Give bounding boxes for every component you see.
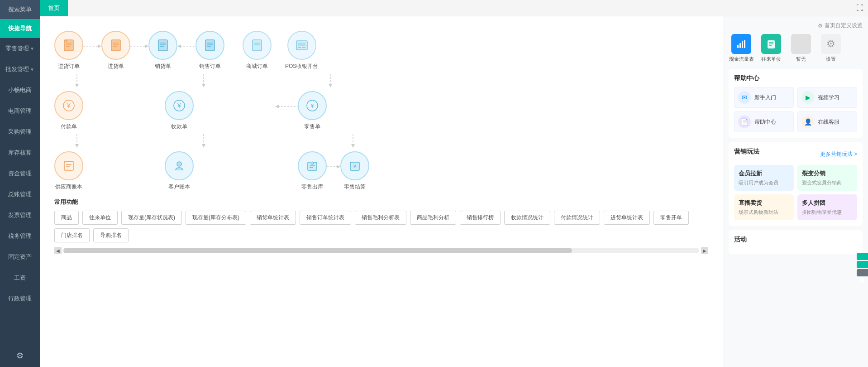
func-btn-9[interactable]: 收款情况统计	[504, 211, 550, 225]
quick-icon-settings[interactable]: ⚙ 设置	[818, 34, 844, 63]
func-btn-14[interactable]: 导购排名	[93, 228, 129, 242]
marketing-desc-0: 吸引用户成为会员	[739, 179, 789, 186]
marketing-desc-3: 拼团购物享受优惠	[802, 209, 853, 216]
flow-node-customer-account[interactable]: 客户账本	[165, 151, 194, 191]
sidebar-settings[interactable]: ⚙	[0, 344, 40, 367]
quick-icon-partners[interactable]: 往来单位	[758, 34, 784, 63]
svg-rect-63	[742, 41, 743, 48]
video-label: 视频学习	[818, 94, 839, 101]
quick-icon-empty[interactable]: 暂无	[788, 34, 814, 63]
func-btn-0[interactable]: 商品	[54, 211, 79, 225]
flow-node-retail-bill[interactable]: ¥ 零售单	[298, 91, 327, 130]
flow-node-supplier-account[interactable]: 供应商账本	[54, 151, 83, 191]
flow-node-purchase-bill[interactable]: 进货单	[101, 31, 130, 70]
svg-marker-11	[145, 44, 148, 48]
svg-text:¥: ¥	[177, 102, 181, 109]
pos-icon	[287, 31, 316, 60]
svg-rect-65	[768, 40, 775, 48]
func-btn-3[interactable]: 现存量(库存分布表)	[186, 211, 246, 225]
flow-node-retail-out[interactable]: 零售出库	[298, 151, 327, 191]
tab-home[interactable]: 首页	[40, 0, 68, 16]
marketing-title-1: 裂变分销	[802, 169, 853, 178]
sales-bill-label: 销货单	[155, 63, 171, 70]
payment-in-label: 收款单	[171, 123, 187, 130]
sidebar-item-retail[interactable]: 零售管理 ▼	[0, 38, 40, 59]
func-btn-7[interactable]: 商品毛利分析	[410, 211, 456, 225]
marketing-header: 营销玩法 更多营销玩法 >	[734, 148, 857, 160]
sidebar-item-finance[interactable]: 资金管理	[0, 163, 40, 184]
retail-out-icon	[298, 151, 327, 180]
marketing-item-3[interactable]: 多人拼团 拼团购物享受优惠	[797, 194, 857, 220]
mall-order-icon	[243, 31, 272, 60]
more-marketing-link[interactable]: 更多营销玩法 >	[820, 150, 857, 158]
partners-label: 往来单位	[761, 56, 781, 63]
marketing-item-0[interactable]: 会员拉新 吸引用户成为会员	[734, 165, 794, 191]
scroll-right-arrow[interactable]: ▶	[701, 247, 708, 254]
func-btn-6[interactable]: 销售毛利分析表	[355, 211, 406, 225]
sidebar-item-tax[interactable]: 税务管理	[0, 226, 40, 246]
func-btn-11[interactable]: 进货单统计表	[604, 211, 650, 225]
video-icon: ▶	[801, 91, 814, 104]
func-btn-13[interactable]: 门店排名	[54, 228, 90, 242]
svg-text:¥: ¥	[310, 103, 314, 109]
sidebar-item-purchase[interactable]: 采购管理	[0, 121, 40, 142]
float-btn-desktop[interactable]: 桌面快捷	[857, 269, 868, 276]
flow-node-sales-bill[interactable]: 销货单	[148, 31, 177, 70]
svg-marker-32	[202, 84, 205, 87]
scroll-left-arrow[interactable]: ◀	[54, 247, 62, 254]
sidebar-item-admin[interactable]: 行政管理	[0, 288, 40, 309]
func-btn-1[interactable]: 往来单位	[82, 211, 118, 225]
svg-point-52	[177, 162, 181, 166]
tab-bar: 首页 ⛶	[40, 0, 868, 16]
help-item-video[interactable]: ▶ 视频学习	[797, 87, 857, 108]
func-btn-4[interactable]: 销货单统计表	[250, 211, 296, 225]
svg-marker-17	[177, 44, 181, 48]
purchase-bill-label: 进货单	[108, 63, 124, 70]
scrollbar-track[interactable]	[63, 248, 699, 253]
empty-icon	[791, 34, 811, 54]
sidebar-item-invoice[interactable]: 发票管理	[0, 205, 40, 226]
flow-node-purchase-order[interactable]: 进货订单	[54, 31, 83, 70]
empty-label: 暂无	[796, 56, 806, 63]
common-functions: 常用功能 商品 往来单位 现存量(库存状况表) 现存量(库存分布表) 销货单统计…	[54, 198, 708, 242]
func-btn-12[interactable]: 零售开单	[653, 211, 689, 225]
sidebar-item-assets[interactable]: 固定资产	[0, 246, 40, 267]
flow-node-payment-out[interactable]: ¥ 付款单	[54, 91, 83, 130]
settings-label: 设置	[826, 56, 836, 63]
sidebar-item-inventory[interactable]: 库存核算	[0, 142, 40, 163]
marketing-item-2[interactable]: 直播卖货 场景式购物新玩法	[734, 194, 794, 220]
sidebar-item-wholesale[interactable]: 批发管理 ▼	[0, 59, 40, 80]
help-item-beginner[interactable]: ✉ 新手入门	[734, 87, 794, 108]
sidebar-item-ecom-mgmt[interactable]: 电商管理	[0, 101, 40, 121]
payment-in-icon: ¥	[165, 91, 194, 120]
svg-rect-61	[737, 45, 739, 48]
flow-node-retail-settle[interactable]: ¥ 零售结算	[340, 151, 369, 191]
help-item-help[interactable]: 📄 帮助中心	[734, 111, 794, 132]
func-btn-2[interactable]: 现存量(库存状况表)	[121, 211, 182, 225]
sidebar-item-ecom[interactable]: 小畅电商	[0, 80, 40, 101]
activity-section: 活动	[729, 230, 863, 254]
quick-nav[interactable]: 快捷导航	[0, 19, 40, 38]
marketing-desc-1: 裂变式发展分销商	[802, 179, 853, 186]
func-btn-10[interactable]: 付款情况统计	[554, 211, 600, 225]
func-btn-8[interactable]: 销售排行榜	[460, 211, 501, 225]
cashflow-icon	[731, 34, 751, 54]
marketing-grid: 会员拉新 吸引用户成为会员 裂变分销 裂变式发展分销商 直播卖货 场景式购物新玩…	[734, 165, 857, 220]
float-btn-community[interactable]: 服务社区	[857, 261, 868, 268]
horizontal-scrollbar[interactable]: ◀ ▶	[54, 247, 708, 254]
help-item-service[interactable]: 👤 在线客服	[797, 111, 857, 132]
marketing-item-1[interactable]: 裂变分销 裂变式发展分销商	[797, 165, 857, 191]
flow-node-payment-in[interactable]: ¥ 收款单	[165, 91, 194, 130]
flow-node-pos[interactable]: POS收银开台	[285, 31, 318, 70]
search-menu[interactable]: 搜索菜单	[0, 0, 40, 19]
fullscreen-icon[interactable]: ⛶	[852, 0, 868, 16]
svg-rect-26	[298, 43, 305, 46]
quick-icon-cashflow[interactable]: 现金流量表	[729, 34, 754, 63]
float-btn-service[interactable]: 客服热线	[857, 253, 868, 260]
flow-node-sales-order[interactable]: 销售订单	[196, 31, 224, 70]
customize-settings[interactable]: ⚙ 首页自定义设置	[729, 22, 863, 29]
func-btn-5[interactable]: 销售订单统计表	[300, 211, 351, 225]
flow-node-mall-order[interactable]: 商城订单	[243, 31, 272, 70]
sidebar-item-salary[interactable]: 工资	[0, 267, 40, 288]
sidebar-item-ledger[interactable]: 总账管理	[0, 184, 40, 205]
